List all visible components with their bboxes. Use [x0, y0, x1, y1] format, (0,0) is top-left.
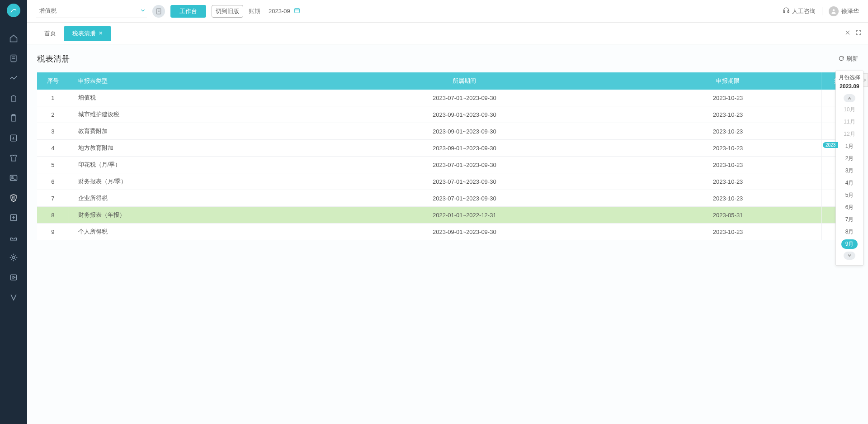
nav-home[interactable] [0, 29, 27, 48]
cell-type: 地方教育附加 [69, 140, 295, 157]
tab-home[interactable]: 首页 [36, 26, 64, 41]
user-menu[interactable]: 徐泽华 [829, 6, 859, 16]
cell-deadline: 2023-10-23 [634, 123, 822, 140]
table-row[interactable]: 2城市维护建设税2023-09-01~2023-09-302023-10-23 [37, 106, 858, 123]
cell-type: 印花税（月/季） [69, 157, 295, 173]
nav-settings[interactable] [0, 248, 27, 267]
table-row[interactable]: 9个人所得税2023-09-01~2023-09-302023-10-23 [37, 224, 858, 240]
month-item[interactable]: 9月 [841, 239, 858, 249]
cell-period: 2023-09-01~2023-09-30 [295, 106, 634, 123]
period-value-text: 2023-09 [269, 8, 290, 14]
cell-seq: 2 [37, 106, 69, 123]
nav-report[interactable] [0, 128, 27, 148]
nav-v[interactable] [0, 287, 27, 307]
svg-marker-15 [13, 276, 15, 279]
cell-seq: 4 [37, 140, 69, 157]
cell-deadline: 2023-10-23 [634, 90, 822, 106]
svg-rect-23 [783, 11, 785, 13]
notes-button[interactable] [152, 5, 165, 18]
nav-shirt[interactable] [0, 148, 27, 168]
workbench-button[interactable]: 工作台 [170, 5, 206, 18]
col-type: 申报表类型 [69, 72, 295, 90]
cell-seq: 8 [37, 207, 69, 224]
month-item[interactable]: 8月 [838, 227, 861, 237]
close-icon[interactable]: ✕ [99, 30, 103, 36]
cell-period: 2023-07-01~2023-09-30 [295, 90, 634, 106]
svg-rect-24 [788, 11, 789, 13]
app-logo[interactable] [7, 4, 20, 17]
nav-tax[interactable]: 税 [0, 188, 27, 208]
chevron-down-icon [140, 7, 146, 15]
month-item[interactable]: 7月 [838, 215, 861, 224]
tab-close-panel-icon[interactable] [844, 29, 851, 37]
nav-inbox[interactable] [0, 228, 27, 248]
table-row[interactable]: 7企业所得税2023-07-01~2023-09-302023-10-23 [37, 190, 858, 207]
month-item: 11月 [838, 117, 861, 127]
refresh-icon [838, 55, 844, 63]
month-nav-up[interactable] [844, 94, 855, 102]
month-item: 12月 [838, 129, 861, 139]
table-row[interactable]: 5印花税（月/季）2023-07-01~2023-09-302023-10-23 [37, 157, 858, 173]
cell-period: 2023-07-01~2023-09-30 [295, 157, 634, 173]
consult-label: 人工咨询 [792, 7, 816, 15]
svg-point-25 [833, 9, 835, 11]
header-divider [822, 7, 822, 15]
nav-money[interactable] [0, 88, 27, 108]
cell-seq: 6 [37, 173, 69, 190]
month-nav-down[interactable] [844, 252, 855, 260]
cell-period: 2023-07-01~2023-09-30 [295, 190, 634, 207]
avatar [829, 6, 839, 16]
svg-point-13 [13, 257, 15, 259]
month-panel-year: 2023.09 [838, 83, 861, 92]
month-item[interactable]: 5月 [838, 191, 861, 200]
company-name: 增值税 [39, 7, 57, 15]
nav-gallery[interactable] [0, 168, 27, 188]
table-row[interactable]: 3教育费附加2023-09-01~2023-09-302023-10-23 [37, 123, 858, 140]
content: 税表清册 刷新 序号 申报表类型 所属期间 申报期限 操作 1增值税2023-0… [27, 44, 868, 424]
consult-link[interactable]: 人工咨询 [783, 7, 816, 15]
month-item[interactable]: 2月 [838, 154, 861, 163]
nav-video[interactable] [0, 267, 27, 287]
cell-period: 2023-09-01~2023-09-30 [295, 224, 634, 240]
tab-tax-register-label: 税表清册 [72, 29, 96, 38]
cell-type: 财务报表（年报） [69, 207, 295, 224]
month-item: 10月 [838, 105, 861, 114]
fullscreen-icon[interactable] [855, 29, 862, 37]
company-select[interactable]: 增值税 [36, 5, 147, 18]
month-item[interactable]: 6月 [838, 203, 861, 212]
month-item[interactable]: 1月 [838, 142, 861, 151]
col-period: 所属期间 [295, 72, 634, 90]
switch-old-button[interactable]: 切到旧版 [212, 5, 243, 18]
header: 增值税 工作台 切到旧版 账期 2023-09 人工咨询 徐泽华 [27, 0, 868, 23]
nav-analytics[interactable] [0, 68, 27, 88]
table-row[interactable]: 8财务报表（年报）2022-01-01~2022-12-312023-05-31 [37, 207, 858, 224]
svg-point-10 [12, 176, 13, 178]
nav-docs[interactable] [0, 48, 27, 68]
col-deadline: 申报期限 [634, 72, 822, 90]
tabs-row: 首页 税表清册 ✕ [27, 23, 868, 44]
tab-tax-register[interactable]: 税表清册 ✕ [64, 26, 111, 41]
nav-clipboard[interactable] [0, 108, 27, 128]
cell-period: 2023-07-01~2023-09-30 [295, 173, 634, 190]
cell-seq: 3 [37, 123, 69, 140]
refresh-label: 刷新 [846, 55, 858, 63]
svg-text:税: 税 [12, 196, 15, 200]
period-picker[interactable]: 2023-09 [266, 5, 303, 17]
tab-home-label: 首页 [44, 29, 56, 38]
month-picker-panel: 月份选择 2023.09 2023 10月11月12月1月2月3月4月5月6月7… [835, 71, 863, 266]
table-row[interactable]: 4地方教育附加2023-09-01~2023-09-302023-10-23 [37, 140, 858, 157]
cell-type: 个人所得税 [69, 224, 295, 240]
cell-deadline: 2023-10-23 [634, 224, 822, 240]
month-item[interactable]: 3月 [838, 166, 861, 176]
cell-seq: 1 [37, 90, 69, 106]
table-row[interactable]: 6财务报表（月/季）2023-07-01~2023-09-302023-10-2… [37, 173, 858, 190]
cell-seq: 5 [37, 157, 69, 173]
table-row[interactable]: 1增值税2023-07-01~2023-09-302023-10-23 [37, 90, 858, 106]
refresh-button[interactable]: 刷新 [838, 55, 858, 63]
nav-upload[interactable] [0, 208, 27, 228]
month-item[interactable]: 4月 [838, 178, 861, 188]
cell-period: 2022-01-01~2022-12-31 [295, 207, 634, 224]
cell-type: 企业所得税 [69, 190, 295, 207]
cell-deadline: 2023-10-23 [634, 106, 822, 123]
cell-deadline: 2023-10-23 [634, 140, 822, 157]
